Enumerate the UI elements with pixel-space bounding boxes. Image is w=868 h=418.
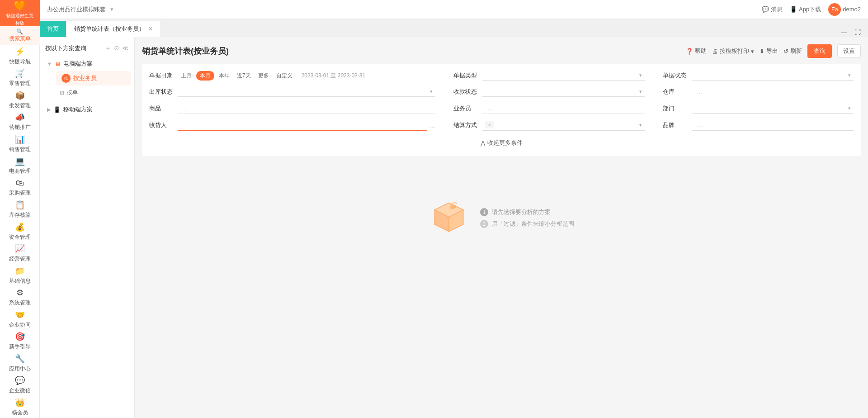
warehouse-dropdown[interactable]: … <box>692 86 854 97</box>
tab-close-icon[interactable]: ✕ <box>148 26 153 32</box>
filter-row-2: 出库状态 ▾ 收款状态 ▾ 仓库 <box>149 86 854 97</box>
empty-content: 1 请先选择要分析的方案 2 用「过滤」条件来缩小分析范围 <box>480 208 574 228</box>
date-tab-this-year[interactable]: 本年 <box>216 71 232 81</box>
brand-dots[interactable]: … <box>696 121 703 128</box>
settlement-label: 结算方式 <box>453 121 479 129</box>
date-label: 单据日期 <box>149 71 175 80</box>
panel-section-mobile-header[interactable]: ▶ 📱 移动端方案 <box>40 103 134 116</box>
salesperson-dots[interactable]: … <box>487 104 493 112</box>
sidebar-item-purchase[interactable]: 🛍 采购管理 <box>0 177 40 199</box>
date-tab-last-month[interactable]: 上月 <box>178 71 194 81</box>
brand-dropdown[interactable]: … <box>692 119 854 131</box>
sidebar-item-wholesale[interactable]: 📦 批发管理 <box>0 89 40 111</box>
tab-report-label: 销货单统计表（按业务员） <box>74 25 145 33</box>
guide-icon: 🎯 <box>15 332 25 342</box>
settings-btn[interactable]: 设置 <box>837 44 861 58</box>
sidebar-item-operations[interactable]: 📈 经营管理 <box>0 242 40 265</box>
sidebar-item-marketing[interactable]: 📣 营销推广 <box>0 111 40 133</box>
settlement-tag: × <box>485 121 493 128</box>
settlement-dropdown[interactable]: × ▾ <box>482 119 644 131</box>
app-download-btn[interactable]: 📱 App下载 <box>790 5 821 14</box>
tab-minimize-btn[interactable]: — <box>839 27 849 37</box>
section-pc-label: 电脑端方案 <box>63 60 93 68</box>
sidebar-item-system[interactable]: ⚙ 系统管理 <box>0 286 40 309</box>
tab-home[interactable]: 首页 <box>40 21 66 37</box>
sidebar-search-label: 搜索菜单 <box>9 35 31 43</box>
sidebar-item-basic-info[interactable]: 📁 基础信息 <box>0 265 40 287</box>
tab-report[interactable]: 销货单统计表（按业务员） ✕ <box>67 21 160 37</box>
panel-section-pc-header[interactable]: ▼ 🖥 电脑端方案 <box>40 57 134 71</box>
consignee-input[interactable] <box>178 120 427 131</box>
consignee-dots[interactable]: … <box>429 122 435 129</box>
goods-dots[interactable]: … <box>183 104 189 112</box>
sidebar-sales-label: 销售管理 <box>9 146 31 153</box>
app-download-label: App下载 <box>799 5 821 14</box>
collapse-btn[interactable]: ⋀ 收起更多条件 <box>481 139 523 147</box>
app-logo: 🧡 畅捷通好生意 标版 <box>0 0 40 26</box>
sidebar-item-retail[interactable]: 🛒 零售管理 <box>0 67 40 89</box>
finance-icon: 💰 <box>15 222 25 232</box>
department-arrow-icon: ▾ <box>848 105 851 111</box>
settlement-tag-close[interactable]: × <box>488 122 491 128</box>
system-icon: ⚙ <box>16 288 24 298</box>
filter-row-4: 收货人 … 结算方式 × ▾ 品牌 <box>149 119 854 131</box>
operations-icon: 📈 <box>15 244 25 254</box>
sidebar-item-quick-nav[interactable]: ⚡ 快捷导航 <box>0 45 40 67</box>
doc-status-arrow-icon: ▾ <box>848 72 851 78</box>
user-profile-btn[interactable]: Ea demo2 <box>828 3 861 16</box>
sidebar-item-sales[interactable]: 📊 销售管理 <box>0 133 40 155</box>
message-btn[interactable]: 💬 消息 <box>762 5 783 14</box>
sidebar-guide-label: 新手引导 <box>9 343 31 351</box>
sidebar-item-ecommerce[interactable]: 💻 电商管理 <box>0 155 40 177</box>
filter-panel: 单据日期 上月 本月 本年 近7天 更多 自定义 2023-03-01 至 20… <box>142 64 861 156</box>
payment-status-dropdown[interactable]: ▾ <box>482 87 644 97</box>
mobile-folder-icon: 📱 <box>53 106 61 113</box>
sidebar-item-finance[interactable]: 💰 资金管理 <box>0 221 40 243</box>
sidebar-item-enterprise[interactable]: 🤝 企业协同 <box>0 309 40 331</box>
export-label: 导出 <box>766 47 778 55</box>
date-tab-custom[interactable]: 自定义 <box>274 71 295 81</box>
industry-dropdown-icon[interactable]: ▾ <box>110 6 113 13</box>
doc-status-dropdown[interactable]: ▾ <box>692 71 854 81</box>
sidebar-marketing-label: 营销推广 <box>9 124 31 131</box>
wechat-icon: 💬 <box>15 375 25 385</box>
by-order-label: 按单 <box>67 89 78 96</box>
sidebar-item-app-center[interactable]: 🔧 应用中心 <box>0 352 40 375</box>
main-area: 办公用品行业模拟账套 ▾ 💬 消息 📱 App下载 Ea demo2 首页 销货… <box>40 0 868 418</box>
salesperson-dropdown[interactable]: … <box>482 103 644 114</box>
date-tab-more[interactable]: 更多 <box>255 71 272 81</box>
sidebar-item-member[interactable]: 👑 畅会员 <box>0 396 40 418</box>
sidebar-item-guide[interactable]: 🎯 新手引导 <box>0 330 40 352</box>
panel-title-actions: ＋ ⊙ ≪ <box>105 44 129 52</box>
panel-settings-btn[interactable]: ⊙ <box>114 44 119 52</box>
doc-type-dropdown[interactable]: ▾ <box>482 71 644 81</box>
retail-icon: 🛒 <box>15 68 25 78</box>
inventory-icon: 📋 <box>15 200 25 210</box>
panel-item-by-order[interactable]: ⊞ 按单 <box>52 86 134 99</box>
date-tabs-group: 上月 本月 本年 近7天 更多 自定义 2023-03-01 至 2023-03… <box>178 71 435 81</box>
panel-collapse-btn[interactable]: ≪ <box>122 44 129 52</box>
sidebar-item-wechat[interactable]: 💬 企业微信 <box>0 374 40 396</box>
sidebar-item-inventory[interactable]: 📋 库存核算 <box>0 199 40 221</box>
sidebar-quick-nav-label: 快捷导航 <box>9 58 31 66</box>
help-btn[interactable]: ❓ 帮助 <box>686 47 707 55</box>
refresh-btn[interactable]: ↺ 刷新 <box>783 47 802 55</box>
date-tab-this-month[interactable]: 本月 <box>196 71 214 81</box>
print-btn[interactable]: 🖨 按模板打印 ▾ <box>712 47 754 55</box>
goods-dropdown[interactable]: … <box>178 103 435 114</box>
tab-maximize-btn[interactable]: ⛶ <box>853 27 863 37</box>
step2-text: 用「过滤」条件来缩小分析范围 <box>492 220 574 228</box>
department-dropdown[interactable]: ▾ <box>692 104 854 114</box>
panel-item-by-salesperson[interactable]: 按 按业务员 <box>56 71 131 86</box>
stock-status-dropdown[interactable]: ▾ <box>178 87 435 97</box>
export-btn[interactable]: ⬇ 导出 <box>760 47 778 55</box>
filter-group-date: 单据日期 上月 本月 本年 近7天 更多 自定义 2023-03-01 至 20… <box>149 71 435 81</box>
message-icon: 💬 <box>762 6 769 13</box>
panel-add-btn[interactable]: ＋ <box>105 44 111 52</box>
sidebar-item-search[interactable]: 🔍 搜索菜单 <box>0 26 40 45</box>
warehouse-dots[interactable]: … <box>696 88 703 95</box>
marketing-icon: 📣 <box>15 112 25 122</box>
query-btn[interactable]: 查询 <box>807 44 832 58</box>
date-tab-7days[interactable]: 近7天 <box>234 71 254 81</box>
filter-row-1: 单据日期 上月 本月 本年 近7天 更多 自定义 2023-03-01 至 20… <box>149 71 854 81</box>
